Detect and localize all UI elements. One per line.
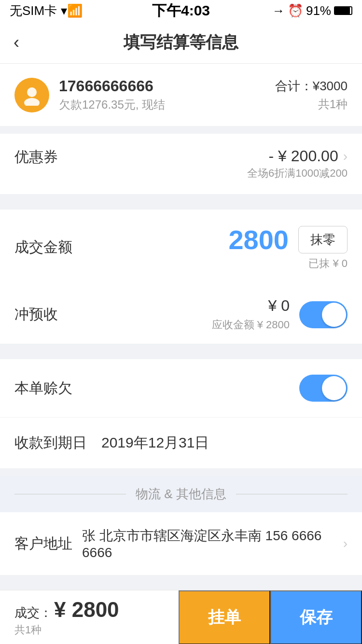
content: 17666666666 欠款1276.35元, 现结 合计：¥3000 共1种 … — [0, 64, 362, 644]
address-label: 客户地址 — [14, 534, 72, 554]
chongyu-label: 冲预收 — [14, 305, 58, 324]
status-bar: 无SIM卡 ▾📶 下午4:03 → ⏰ 91% — [0, 0, 362, 21]
benshanqiaoqian-toggle[interactable] — [299, 375, 348, 402]
amount-number: 2800 — [228, 224, 289, 255]
wifi-icon: ▾📶 — [61, 3, 83, 18]
logistics-label: 物流 & 其他信息 — [136, 486, 226, 503]
status-time: 下午4:03 — [152, 1, 210, 21]
svg-point-1 — [24, 98, 40, 106]
customer-phone: 17666666666 — [59, 77, 165, 95]
save-button[interactable]: 保存 — [270, 590, 362, 644]
transaction-label: 成交： — [14, 604, 52, 621]
battery-text: 91% — [306, 3, 331, 18]
status-right: → ⏰ 91% — [272, 3, 352, 18]
customer-left: 17666666666 欠款1276.35元, 现结 — [14, 77, 165, 112]
divider-2 — [0, 351, 362, 359]
chongyu-sub: 应收金额 ¥ 2800 — [212, 318, 290, 332]
back-button[interactable]: ‹ — [14, 32, 19, 53]
chongyu-amount: ¥ 0 — [268, 297, 290, 315]
bottom-amount: ¥ 2800 — [54, 598, 119, 622]
bottom-left: 成交： ¥ 2800 共1种 — [0, 598, 179, 637]
chongyu-row: 冲预收 ¥ 0 应收金额 ¥ 2800 — [0, 285, 362, 344]
round-button[interactable]: 抹零 — [298, 226, 348, 253]
customer-info: 17666666666 欠款1276.35元, 现结 — [59, 77, 165, 112]
amount-row: 成交金额 2800 抹零 已抹 ¥ 0 — [0, 210, 362, 285]
benshandanqiaoqian-label: 本单赊欠 — [14, 378, 72, 398]
total-count: 共1种 — [275, 97, 348, 112]
battery-icon — [334, 6, 352, 15]
coupon-label: 优惠券 — [14, 147, 58, 167]
amount-sub: 已抹 ¥ 0 — [308, 256, 348, 271]
logistics-line-left — [14, 494, 126, 494]
bottom-bar: 成交： ¥ 2800 共1种 挂单 保存 — [0, 590, 362, 644]
benshanrow: 本单赊欠 — [0, 359, 362, 417]
logistics-line-right — [236, 494, 348, 494]
coupon-section: 优惠券 - ¥ 200.00 › 全场6折满1000减200 — [0, 134, 362, 194]
divider-1 — [0, 202, 362, 210]
duedate-label: 收款到期日 — [14, 433, 87, 453]
nav-bar: ‹ 填写结算等信息 — [0, 21, 362, 64]
hold-button[interactable]: 挂单 — [179, 590, 270, 644]
toggle-knob — [322, 303, 346, 327]
nav-title: 填写结算等信息 — [124, 31, 238, 54]
amount-label: 成交金额 — [14, 238, 72, 257]
divider-3 — [0, 468, 362, 476]
alarm-icon: ⏰ — [288, 3, 303, 18]
amount-section: 成交金额 2800 抹零 已抹 ¥ 0 冲预收 ¥ 0 应收金额 ¥ 2800 — [0, 210, 362, 344]
coupon-amount: - ¥ 200.00 — [269, 147, 338, 165]
status-left: 无SIM卡 ▾📶 — [10, 2, 83, 19]
duedate-row: 收款到期日 2019年12月31日 — [0, 418, 362, 468]
avatar — [14, 78, 49, 112]
bottom-count: 共1种 — [14, 623, 164, 637]
chongyu-toggle[interactable] — [299, 301, 348, 328]
coupon-desc: 全场6折满1000减200 — [247, 166, 348, 181]
address-row[interactable]: 客户地址 张 北京市市辖区海淀区永丰南 156 6666 6666 › — [0, 512, 362, 575]
location-icon: → — [272, 3, 285, 18]
address-value: 张 北京市市辖区海淀区永丰南 156 6666 6666 — [72, 527, 343, 560]
duedate-value: 2019年12月31日 — [101, 433, 209, 453]
coupon-row[interactable]: 优惠券 - ¥ 200.00 › 全场6折满1000减200 — [0, 134, 362, 194]
customer-card: 17666666666 欠款1276.35元, 现结 合计：¥3000 共1种 — [0, 64, 362, 126]
svg-point-0 — [27, 87, 37, 97]
chongyu-right: ¥ 0 应收金额 ¥ 2800 — [212, 297, 290, 332]
amount-value-wrap: 2800 抹零 — [228, 224, 348, 255]
customer-subtitle: 欠款1276.35元, 现结 — [59, 97, 165, 112]
coupon-chevron-icon: › — [343, 149, 348, 164]
carrier-text: 无SIM卡 — [10, 2, 57, 19]
logistics-divider: 物流 & 其他信息 — [0, 476, 362, 512]
customer-right: 合计：¥3000 共1种 — [275, 78, 348, 112]
total-label: 合计：¥3000 — [275, 78, 348, 95]
address-chevron-icon: › — [343, 536, 348, 551]
benshanqiaoqian-toggle-knob — [322, 376, 346, 400]
